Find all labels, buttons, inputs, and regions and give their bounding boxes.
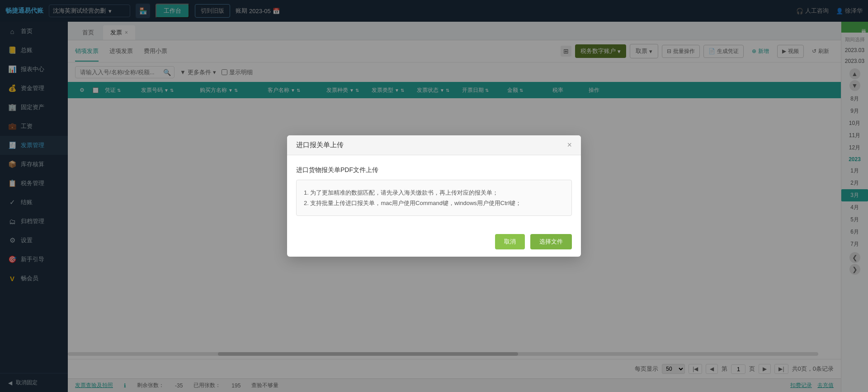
modal-footer: 取消 选择文件 [287, 227, 581, 257]
modal-info-item-1: 1. 为了更加精准的数据匹配，请先录入海关缴款书，再上传对应的报关单； [304, 187, 564, 198]
modal-header: 进口报关单上传 × [287, 135, 581, 155]
modal-title: 进口报关单上传 [296, 141, 344, 149]
modal-body: 进口货物报关单PDF文件上传 1. 为了更加精准的数据匹配，请先录入海关缴款书，… [287, 155, 581, 227]
modal-section-title: 进口货物报关单PDF文件上传 [296, 166, 572, 174]
modal-confirm-btn[interactable]: 选择文件 [530, 234, 572, 249]
modal-overlay[interactable]: 进口报关单上传 × 进口货物报关单PDF文件上传 1. 为了更加精准的数据匹配，… [0, 0, 868, 392]
modal-cancel-btn[interactable]: 取消 [495, 234, 525, 249]
modal-close-btn[interactable]: × [567, 141, 572, 149]
modal-dialog: 进口报关单上传 × 进口货物报关单PDF文件上传 1. 为了更加精准的数据匹配，… [287, 135, 581, 257]
modal-info-box: 1. 为了更加精准的数据匹配，请先录入海关缴款书，再上传对应的报关单； 2. 支… [296, 180, 572, 216]
modal-info-item-2: 2. 支持批量上传进口报关单，mac用户使用Command键，windows用户… [304, 198, 564, 208]
